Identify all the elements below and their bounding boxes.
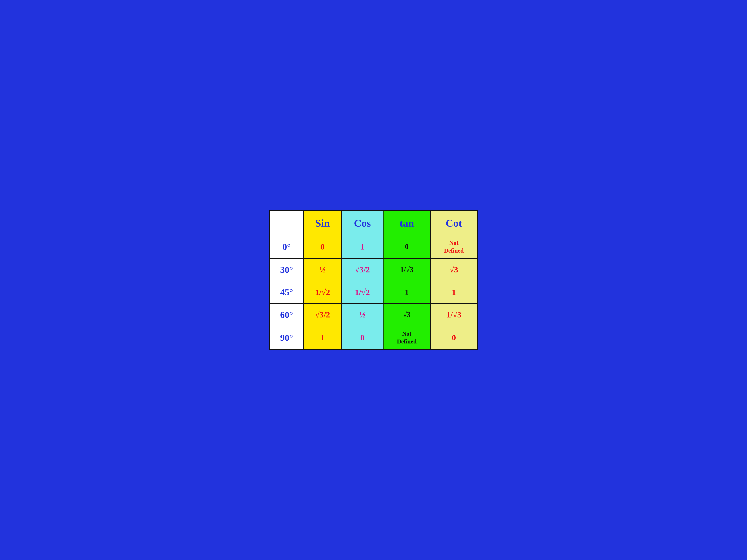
tan-90-value: NotDefined	[397, 330, 416, 345]
row-90deg: 90° 1 0 NotDefined 0	[269, 326, 478, 349]
angle-30-label: 30°	[280, 265, 293, 275]
tan-90: NotDefined	[383, 326, 431, 349]
header-row: Sin Cos tan Cot	[269, 211, 478, 235]
angle-45-label: 45°	[280, 287, 293, 297]
angle-0-label: 0°	[282, 242, 290, 252]
angle-30: 30°	[269, 259, 304, 281]
angle-0: 0°	[269, 235, 304, 259]
cos-30-value: √3/2	[355, 265, 370, 274]
cot-90-value: 0	[452, 333, 456, 342]
header-tan-label: tan	[400, 217, 414, 229]
angle-45: 45°	[269, 281, 304, 303]
table-wrapper: Sin Cos tan Cot 0° 0	[261, 202, 486, 358]
sin-90: 1	[304, 326, 341, 349]
angle-60: 60°	[269, 303, 304, 326]
sin-60: √3/2	[304, 303, 341, 326]
tan-60-value: √3	[403, 311, 411, 319]
header-sin: Sin	[304, 211, 341, 235]
row-60deg: 60° √3/2 ½ √3 1/√3	[269, 303, 478, 326]
cos-60-value: ½	[359, 310, 365, 319]
cos-90-value: 0	[360, 333, 364, 342]
angle-90: 90°	[269, 326, 304, 349]
row-0deg: 0° 0 1 0 NotDefined	[269, 235, 478, 259]
header-tan: tan	[383, 211, 431, 235]
cos-0-value: 1	[360, 242, 364, 251]
sin-45-value: 1/√2	[315, 288, 330, 297]
cos-60: ½	[341, 303, 383, 326]
angle-90-label: 90°	[280, 332, 293, 343]
tan-60: √3	[383, 303, 431, 326]
sin-0: 0	[304, 235, 341, 259]
cos-30: √3/2	[341, 259, 383, 281]
cot-30: √3	[430, 259, 478, 281]
cot-45: 1	[430, 281, 478, 303]
header-angle	[269, 211, 304, 235]
header-cot-label: Cot	[446, 217, 462, 229]
cot-60: 1/√3	[430, 303, 478, 326]
cos-45-value: 1/√2	[355, 288, 370, 297]
sin-45: 1/√2	[304, 281, 341, 303]
tan-0-value: 0	[405, 243, 409, 251]
tan-45-value: 1	[405, 288, 409, 296]
header-sin-label: Sin	[315, 217, 330, 229]
cot-0-value: NotDefined	[444, 239, 464, 254]
row-45deg: 45° 1/√2 1/√2 1 1	[269, 281, 478, 303]
sin-90-value: 1	[320, 333, 325, 342]
header-cos: Cos	[341, 211, 383, 235]
sin-30: ½	[304, 259, 341, 281]
tan-30-value: 1/√3	[400, 266, 413, 274]
angle-60-label: 60°	[280, 310, 293, 320]
row-30deg: 30° ½ √3/2 1/√3 √3	[269, 259, 478, 281]
sin-60-value: √3/2	[315, 310, 330, 319]
cot-90: 0	[430, 326, 478, 349]
cot-45-value: 1	[452, 288, 456, 297]
trig-table: Sin Cos tan Cot 0° 0	[269, 210, 478, 350]
cos-45: 1/√2	[341, 281, 383, 303]
cot-30-value: √3	[449, 265, 458, 274]
cos-90: 0	[341, 326, 383, 349]
sin-30-value: ½	[319, 265, 326, 274]
cot-0: NotDefined	[430, 235, 478, 259]
header-cot: Cot	[430, 211, 478, 235]
cot-60-value: 1/√3	[446, 310, 461, 319]
header-cos-label: Cos	[354, 217, 371, 229]
sin-0-value: 0	[320, 242, 325, 251]
cos-0: 1	[341, 235, 383, 259]
tan-30: 1/√3	[383, 259, 431, 281]
tan-0: 0	[383, 235, 431, 259]
tan-45: 1	[383, 281, 431, 303]
